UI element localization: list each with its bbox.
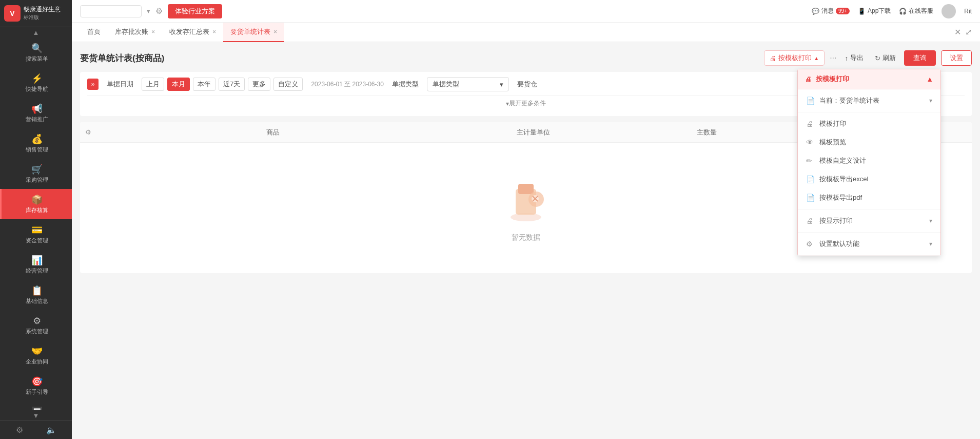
online-service-icon: 🎧 xyxy=(899,8,907,15)
tab-receipt-summary[interactable]: 收发存汇总表 × xyxy=(162,23,223,42)
tab-receipt-summary-close[interactable]: × xyxy=(212,28,216,35)
template-print-icon: 🖨 xyxy=(806,120,814,128)
dropdown-header-label: 按模板打印 xyxy=(816,74,849,84)
template-design-icon: ✏ xyxy=(806,157,814,165)
industry-btn[interactable]: 体验行业方案 xyxy=(168,4,222,18)
dropdown-collapse-icon[interactable]: ▲ xyxy=(926,75,933,83)
export-btn[interactable]: ↑ 导出 xyxy=(842,51,867,65)
print-chevron-up-icon: ▲ xyxy=(814,55,819,61)
dropdown-set-default[interactable]: ⚙ 设置默认功能 ▾ xyxy=(798,235,940,253)
user-avatar[interactable] xyxy=(942,4,956,18)
sidebar-item-cooperation[interactable]: 🤝 企业协同 xyxy=(0,340,72,371)
sidebar-item-system[interactable]: ⚙ 系统管理 xyxy=(0,310,72,340)
dropdown-item-template-print[interactable]: 🖨 模板打印 xyxy=(798,114,940,133)
filter-expand-icon[interactable]: » xyxy=(87,79,99,90)
svg-rect-2 xyxy=(518,184,534,194)
topbar: ▾ ⚙ 体验行业方案 💬 消息 99+ 📱 App下载 🎧 在线客服 Rit xyxy=(72,0,980,23)
dropdown-current-section: 📄 当前：要货单统计表 ▾ xyxy=(798,89,940,112)
table-settings-icon[interactable]: ⚙ xyxy=(85,128,91,136)
purchase-icon: 🛒 xyxy=(31,164,43,175)
date-btn-7days[interactable]: 近7天 xyxy=(219,78,245,91)
current-template-chevron: ▾ xyxy=(929,97,932,104)
print-template-label: 按模板打印 xyxy=(778,53,812,63)
template-preview-icon: 👁 xyxy=(806,138,814,146)
settings-btn[interactable]: 设置 xyxy=(941,50,972,66)
sidebar-item-label: 基础信息 xyxy=(26,297,48,305)
refresh-icon: ↻ xyxy=(875,54,880,62)
online-service-label: 在线客服 xyxy=(909,7,933,15)
dropdown-item-template-design[interactable]: ✏ 模板自定义设计 xyxy=(798,151,940,170)
dropdown-display-print[interactable]: 🖨 按显示打印 ▾ xyxy=(798,212,940,230)
dropdown-header[interactable]: 🖨 按模板打印 ▲ xyxy=(798,69,940,89)
tab-order-stats[interactable]: 要货单统计表 × xyxy=(223,23,284,42)
tab-home[interactable]: 首页 xyxy=(80,23,108,42)
tab-inventory-batch-close[interactable]: × xyxy=(151,28,155,35)
app-version: 标准版 xyxy=(24,14,61,21)
more-options-icon[interactable]: ··· xyxy=(830,53,836,63)
sidebar-scroll-down[interactable]: ▼ xyxy=(0,410,72,421)
app-download-item[interactable]: 📱 App下载 xyxy=(858,7,891,15)
type-filter-label: 单据类型 xyxy=(392,80,419,89)
search-input[interactable] xyxy=(80,5,142,17)
sidebar-item-label: 系统管理 xyxy=(26,328,48,335)
search-icon: 🔍 xyxy=(31,43,43,54)
sidebar-item-operations[interactable]: 📊 经营管理 xyxy=(0,250,72,280)
volume-icon[interactable]: 🔈 xyxy=(46,425,56,435)
sidebar-item-basics[interactable]: 📋 基础信息 xyxy=(0,280,72,310)
settings-bottom-icon[interactable]: ⚙ xyxy=(16,425,23,435)
tab-order-stats-close[interactable]: × xyxy=(273,28,277,35)
topbar-dropdown-icon[interactable]: ▾ xyxy=(147,7,150,15)
dropdown-item-template-preview[interactable]: 👁 模板预览 xyxy=(798,133,940,151)
export-pdf-label: 按模板导出pdf xyxy=(819,193,862,202)
sidebar-item-app-center[interactable]: 🔲 应用中心 xyxy=(0,401,72,410)
dropdown-item-export-pdf[interactable]: 📄 按模板导出pdf xyxy=(798,188,940,207)
quick-nav-icon: ⚡ xyxy=(31,73,43,84)
date-btn-more[interactable]: 更多 xyxy=(248,78,270,91)
logo-icon: V xyxy=(4,5,21,22)
app-name: 畅康通好生意 xyxy=(24,6,61,14)
sidebar-item-marketing[interactable]: 📢 营销推广 xyxy=(0,98,72,128)
dropdown-current-template[interactable]: 📄 当前：要货单统计表 ▾ xyxy=(798,91,940,110)
messages-item[interactable]: 💬 消息 99+ xyxy=(812,7,850,15)
online-service-item[interactable]: 🎧 在线客服 xyxy=(899,7,933,15)
sidebar-item-finance[interactable]: 💳 资金管理 xyxy=(0,219,72,250)
set-default-left: ⚙ 设置默认功能 xyxy=(806,239,859,249)
app-download-icon: 📱 xyxy=(858,8,866,15)
tab-inventory-batch[interactable]: 库存批次账 × xyxy=(108,23,162,42)
sidebar-item-search[interactable]: 🔍 搜索菜单 xyxy=(0,37,72,68)
export-excel-icon: 📄 xyxy=(806,175,814,183)
sales-icon: 💰 xyxy=(31,133,43,145)
template-preview-label: 模板预览 xyxy=(819,138,846,147)
dropdown-title: 🖨 按模板打印 xyxy=(805,74,849,84)
sidebar-item-guide[interactable]: 🎯 新手引导 xyxy=(0,371,72,401)
sidebar-item-quick-nav[interactable]: ⚡ 快捷导航 xyxy=(0,68,72,98)
date-btn-this-year[interactable]: 本年 xyxy=(193,78,215,91)
sidebar-item-sales[interactable]: 💰 销售管理 xyxy=(0,128,72,159)
sidebar-item-inventory[interactable]: 📦 库存核算 xyxy=(0,189,72,219)
date-nav: 上月 本月 本年 近7天 更多 自定义 xyxy=(142,78,303,91)
set-default-chevron: ▾ xyxy=(929,240,932,247)
type-select-placeholder: 单据类型 xyxy=(433,80,459,89)
dropdown-set-default-section: ⚙ 设置默认功能 ▾ xyxy=(798,233,940,256)
sidebar-item-purchase[interactable]: 🛒 采购管理 xyxy=(0,159,72,189)
topbar-settings-icon[interactable]: ⚙ xyxy=(155,6,163,16)
page-title: 要货单统计表(按商品) xyxy=(80,52,164,64)
sidebar-item-label: 经营管理 xyxy=(26,267,48,275)
tab-bar-expand-icon[interactable]: ⤢ xyxy=(965,27,972,37)
sidebar-scroll-up[interactable]: ▲ xyxy=(0,27,72,37)
app-logo: V 畅康通好生意 标准版 xyxy=(0,0,72,27)
dropdown-item-export-excel[interactable]: 📄 按模板导出excel xyxy=(798,170,940,188)
date-btn-this-month[interactable]: 本月 xyxy=(167,78,190,91)
refresh-btn[interactable]: ↻ 刷新 xyxy=(872,51,899,65)
cooperation-icon: 🤝 xyxy=(31,346,43,357)
date-btn-custom[interactable]: 自定义 xyxy=(273,78,303,91)
query-btn[interactable]: 查询 xyxy=(904,50,936,66)
page-content: 要货单统计表(按商品) 🖨 按模板打印 ▲ ··· ↑ 导出 ↻ 刷新 查询 xyxy=(72,42,980,439)
sidebar-item-label: 采购管理 xyxy=(26,176,48,184)
guide-icon: 🎯 xyxy=(31,376,43,387)
tab-bar-close-icon[interactable]: ✕ xyxy=(954,27,961,37)
print-template-btn[interactable]: 🖨 按模板打印 ▲ xyxy=(764,50,825,66)
date-btn-last-month[interactable]: 上月 xyxy=(142,78,164,91)
type-select[interactable]: 单据类型 ▾ xyxy=(427,77,509,91)
operations-icon: 📊 xyxy=(31,255,43,266)
